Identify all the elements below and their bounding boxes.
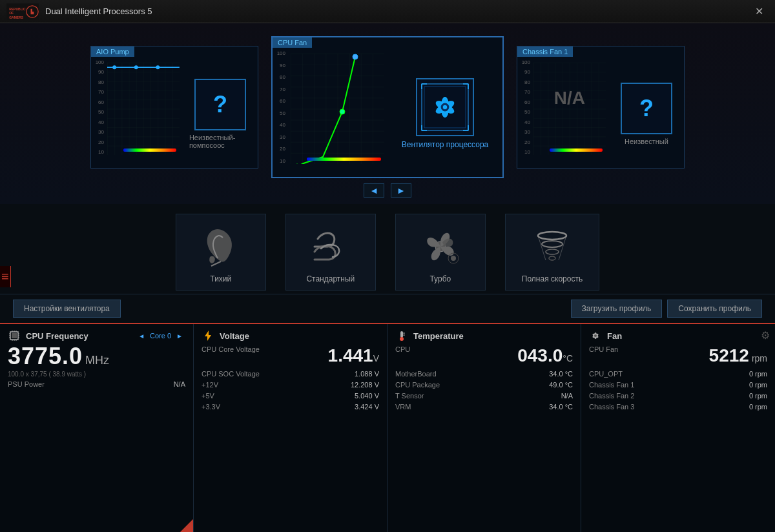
fan-section: AIO Pump 100 90 80 70 60 50 40 30 20 — [0, 23, 775, 204]
fan-title: Fan — [607, 331, 622, 341]
cpu-fan-label: Вентилятор процессора — [402, 140, 488, 149]
svg-point-9 — [156, 65, 160, 69]
stats-section: CPU Frequency ◄ Core 0 ► 3775.0 MHz 100.… — [0, 323, 775, 532]
fan-card-cpu[interactable]: CPU Fan 100 90 80 70 60 50 40 30 20 — [271, 36, 504, 178]
temp-row-label: CPU Package — [395, 381, 440, 389]
cpu-freq-value: 3775.0 — [8, 345, 83, 368]
psu-row: PSU Power N/A — [8, 380, 185, 389]
cpu-core-voltage-row: CPU Core Voltage 1.441 V — [202, 345, 379, 367]
mode-silent[interactable]: Тихий — [176, 214, 266, 291]
settings-gear-icon[interactable]: ⚙ — [761, 329, 770, 342]
svg-rect-5 — [107, 63, 180, 155]
aio-chart-svg — [107, 63, 180, 155]
svg-marker-57 — [205, 331, 211, 341]
fan-panel-header: Fan ⚙ — [589, 329, 767, 342]
core-label: Core 0 — [150, 332, 171, 340]
cpu-chart-y-labels: 100 90 80 70 60 50 40 30 20 10 — [273, 50, 287, 164]
core-prev[interactable]: ◄ — [136, 332, 147, 340]
cpu-core-voltage-label: CPU Core Voltage — [202, 345, 260, 366]
fan-panel: Fan ⚙ CPU Fan 5212 rpm CPU_OPT 0 rpmChas… — [581, 324, 775, 532]
voltage-row-value: 3.424 V — [355, 403, 379, 411]
fan-row: Chassis Fan 2 0 rpm — [589, 391, 767, 400]
mode-standard[interactable]: Стандартный — [285, 214, 376, 291]
mode-section: Тихий Стандартный — [0, 204, 775, 294]
svg-text:OF: OF — [9, 11, 14, 15]
load-profile-button[interactable]: Загрузить профиль — [571, 300, 663, 318]
core-next[interactable]: ► — [174, 332, 185, 340]
fan-row: Chassis Fan 3 0 rpm — [589, 402, 767, 411]
cpu-icon — [8, 329, 21, 342]
save-profile-button[interactable]: Сохранить профиль — [667, 300, 762, 318]
psu-value: N/A — [174, 380, 185, 388]
mode-turbo[interactable]: Турбо — [395, 214, 486, 291]
temp-row: MotherBoard 34.0 °C — [395, 369, 573, 378]
temp-row-label: VRM — [395, 403, 411, 411]
voltage-rows: CPU SOC Voltage 1.088 V+12V 12.208 V+5V … — [202, 369, 379, 411]
fan-rows: CPU_OPT 0 rpmChassis Fan 1 0 rpmChassis … — [589, 369, 767, 411]
svg-text:REPUBLIC: REPUBLIC — [9, 6, 26, 10]
voltage-row: +5V 5.040 V — [202, 391, 379, 400]
fan-row-value: 0 rpm — [749, 381, 767, 389]
silent-label: Тихий — [210, 274, 231, 283]
cpu-core-voltage-unit: V — [373, 353, 379, 363]
svg-point-12 — [340, 109, 345, 114]
cpu-temp-val-container: 043.0 °C — [517, 345, 573, 366]
chassis1-y-labels: 100 90 80 70 60 50 40 30 20 10 — [517, 59, 532, 155]
chart-y-labels: 100 90 80 70 60 50 40 30 20 10 — [91, 59, 105, 155]
aio-pump-chart: 100 90 80 70 60 50 40 30 20 10 — [91, 59, 183, 168]
temp-row-value: 49.0 °C — [549, 381, 573, 389]
cpu-fan-rpm-unit: rpm — [752, 353, 767, 363]
chassis1-question-box: ? — [621, 83, 672, 134]
temp-row: T Sensor N/A — [395, 391, 573, 400]
mode-fullspeed[interactable]: Полная скорость — [505, 214, 599, 291]
prev-arrow[interactable]: ◄ — [364, 183, 384, 198]
svg-point-8 — [134, 65, 138, 69]
svg-point-23 — [443, 105, 447, 109]
turbo-svg — [418, 226, 463, 268]
temp-row-value: 34.0 °C — [549, 403, 573, 411]
fan-cards-container: AIO Pump 100 90 80 70 60 50 40 30 20 — [26, 36, 749, 178]
svg-point-7 — [112, 65, 116, 69]
cpu-freq-header: CPU Frequency ◄ Core 0 ► — [8, 329, 185, 342]
thermometer-icon — [396, 330, 408, 342]
temp-row-label: MotherBoard — [395, 370, 437, 378]
voltage-row-label: +5V — [202, 392, 214, 400]
next-arrow[interactable]: ► — [391, 183, 411, 198]
svg-text:N/A: N/A — [554, 88, 585, 108]
cpu-chart-grid — [291, 54, 384, 164]
fan-settings-button[interactable]: Настройки вентилятора — [13, 300, 121, 318]
voltage-title: Voltage — [220, 331, 249, 341]
svg-point-13 — [353, 54, 358, 59]
aio-pump-inner: 100 90 80 70 60 50 40 30 20 10 — [91, 46, 258, 168]
bolt-icon — [202, 330, 214, 342]
temperature-panel: Temperature CPU 043.0 °C MotherBoard 34.… — [388, 324, 581, 532]
chassis1-color-bar — [550, 148, 603, 152]
cpu-fan-svg — [419, 81, 471, 133]
silent-svg — [198, 226, 243, 268]
fan-row-value: 0 rpm — [749, 392, 767, 400]
chassis1-sublabel: Неизвестный — [625, 138, 668, 145]
cpu-chip-icon — [8, 330, 20, 342]
voltage-row-label: CPU SOC Voltage — [202, 370, 260, 378]
cpu-core-voltage-val-container: 1.441 V — [328, 345, 379, 366]
temp-header: Temperature — [395, 329, 573, 342]
fan-card-aio-pump: AIO Pump 100 90 80 70 60 50 40 30 20 — [90, 46, 258, 169]
mode-silent-icon — [195, 224, 247, 269]
svg-point-59 — [400, 337, 404, 341]
psu-label: PSU Power — [8, 380, 45, 388]
main-content: AIO Pump 100 90 80 70 60 50 40 30 20 — [0, 23, 775, 532]
voltage-header: Voltage — [202, 329, 379, 342]
close-button[interactable]: ✕ — [750, 4, 769, 19]
voltage-panel: Voltage CPU Core Voltage 1.441 V CPU SOC… — [194, 324, 388, 532]
fan-row: CPU_OPT 0 rpm — [589, 369, 767, 378]
cpu-fan-icon-box — [416, 78, 474, 136]
mode-turbo-icon — [415, 224, 466, 269]
cpu-freq-sub: 100.0 x 37,75 ( 38.9 watts ) — [8, 371, 185, 378]
chassis1-title: Chassis Fan 1 — [517, 46, 573, 57]
aio-sublabel: Неизвестный-помпоcooс — [189, 134, 251, 149]
voltage-row-value: 12.208 V — [351, 381, 379, 389]
aio-chart-grid — [107, 63, 180, 155]
core-selector: ◄ Core 0 ► — [136, 332, 185, 340]
temp-icon — [395, 329, 408, 342]
standard-label: Стандартный — [306, 274, 355, 283]
